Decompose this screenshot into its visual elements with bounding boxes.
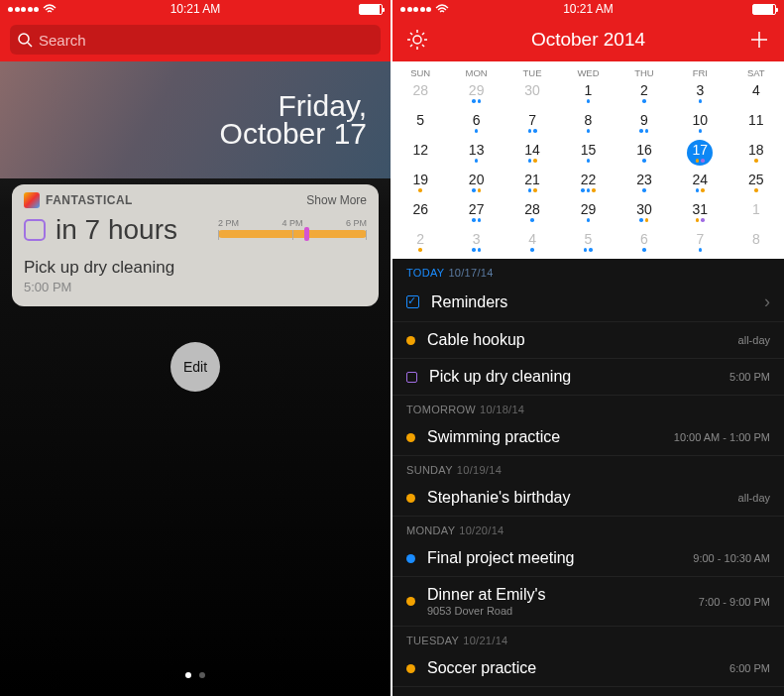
plus-icon[interactable] [748, 29, 770, 51]
month-title[interactable]: October 2014 [531, 29, 645, 51]
events-list[interactable]: TODAY10/17/14Reminders›Cable hookupall-d… [392, 259, 784, 696]
calendar-day[interactable]: 18 [728, 140, 784, 170]
event-time: 5:00 PM [729, 371, 770, 383]
edit-button[interactable]: Edit [170, 342, 220, 392]
calendar-day[interactable]: 30 [504, 80, 560, 110]
event-title: Cable hookup [427, 331, 525, 349]
event-row[interactable]: Final project meeting9:00 - 10:30 AM [392, 540, 784, 577]
calendar-day[interactable]: 3 [672, 80, 728, 110]
event-row[interactable]: Swimming practice10:00 AM - 1:00 PM [392, 419, 784, 456]
calendar-screen: 10:21 AM October 2014 SUNMONTUEWEDTHUFRI… [392, 0, 784, 696]
calendar-day[interactable]: 24 [672, 170, 728, 199]
calendar-day[interactable]: 4 [728, 80, 784, 110]
calendar-day[interactable]: 3 [448, 229, 504, 259]
event-row[interactable]: Stephanie's birthdayall-day [392, 480, 784, 517]
tick-label: 4 PM [281, 218, 302, 228]
day-number: 31 [693, 201, 709, 217]
calendar-day[interactable]: 28 [504, 199, 560, 229]
reminder-square-icon [406, 372, 417, 383]
event-bullet-icon [406, 664, 415, 673]
calendar-day[interactable]: 22 [560, 170, 616, 199]
tick-label: 6 PM [346, 218, 367, 228]
calendar-day[interactable]: 27 [448, 199, 504, 229]
event-time: 7:00 - 9:00 PM [699, 596, 770, 608]
reminder-checkbox-icon[interactable] [24, 219, 46, 241]
day-number: 25 [748, 172, 764, 187]
calendar-day[interactable]: 13 [448, 140, 504, 170]
calendar-day[interactable]: 7 [504, 110, 560, 140]
event-row[interactable]: Soccer practice6:00 PM [392, 650, 784, 687]
day-number: 8 [752, 231, 760, 247]
calendar-day[interactable]: 19 [392, 170, 448, 199]
calendar-day[interactable]: 17 [672, 140, 728, 170]
event-title: Stephanie's birthday [427, 489, 570, 507]
day-number: 18 [748, 142, 764, 158]
calendar-day[interactable]: 10 [672, 110, 728, 140]
section-header: SUNDAY10/19/14 [392, 456, 784, 480]
calendar-day[interactable]: 6 [448, 110, 504, 140]
calendar-day[interactable]: 9 [616, 110, 672, 140]
day-number: 2 [640, 82, 648, 98]
calendar-day[interactable]: 29 [560, 199, 616, 229]
calendar-day[interactable]: 7 [672, 229, 728, 259]
date-line2: October 17 [220, 117, 367, 151]
calendar-day[interactable]: 16 [616, 140, 672, 170]
page-indicator[interactable] [185, 672, 205, 678]
day-number: 5 [585, 231, 593, 247]
calendar-day[interactable]: 2 [616, 80, 672, 110]
calendar-day[interactable]: 25 [728, 170, 784, 199]
fantastical-widget[interactable]: FANTASTICAL Show More in 7 hours 2 PM 4 … [12, 184, 379, 306]
day-number: 19 [412, 172, 428, 187]
calendar-day[interactable]: 8 [728, 229, 784, 259]
battery-icon [752, 4, 776, 15]
day-number: 8 [585, 112, 593, 128]
search-input[interactable]: Search [10, 25, 381, 55]
gear-icon[interactable] [406, 29, 428, 51]
calendar-day[interactable]: 23 [616, 170, 672, 199]
event-row[interactable]: Dinner at Emily's9053 Dover Road7:00 - 9… [392, 577, 784, 627]
svg-point-0 [19, 34, 29, 44]
today-view-screen: 10:21 AM Search Friday, October 17 FANTA… [0, 0, 391, 696]
event-title: Reminders [431, 293, 507, 311]
calendar-day[interactable]: 14 [504, 140, 560, 170]
calendar-day[interactable]: 8 [560, 110, 616, 140]
event-row[interactable]: Reminders› [392, 283, 784, 322]
day-number: 16 [636, 142, 652, 158]
svg-line-10 [422, 33, 424, 35]
event-row[interactable]: Pick up dry cleaning5:00 PM [392, 359, 784, 396]
calendar-day[interactable]: 15 [560, 140, 616, 170]
dow-label: THU [616, 61, 672, 80]
calendar-day[interactable]: 26 [392, 199, 448, 229]
day-number: 1 [752, 201, 760, 217]
calendar-day[interactable]: 11 [728, 110, 784, 140]
timeline-now-icon [304, 227, 309, 241]
day-number: 30 [636, 201, 652, 217]
calendar-day[interactable]: 1 [728, 199, 784, 229]
show-more-button[interactable]: Show More [306, 193, 367, 207]
day-number: 9 [640, 112, 648, 128]
calendar-day[interactable]: 20 [448, 170, 504, 199]
calendar-day[interactable]: 31 [672, 199, 728, 229]
dow-label: WED [560, 61, 616, 80]
calendar-day[interactable]: 30 [616, 199, 672, 229]
calendar-day[interactable]: 2 [392, 229, 448, 259]
dow-label: FRI [672, 61, 728, 80]
signal-dots-icon [400, 7, 431, 12]
date-hero: Friday, October 17 [0, 61, 391, 178]
calendar-day[interactable]: 4 [504, 229, 560, 259]
event-row[interactable]: Cable hookupall-day [392, 322, 784, 359]
calendar-day[interactable]: 12 [392, 140, 448, 170]
calendar-day[interactable]: 29 [448, 80, 504, 110]
day-number: 24 [693, 172, 709, 187]
day-number: 4 [752, 82, 760, 98]
calendar-day[interactable]: 6 [616, 229, 672, 259]
calendar-day[interactable]: 5 [392, 110, 448, 140]
day-number: 5 [416, 112, 424, 128]
calendar-day[interactable]: 5 [560, 229, 616, 259]
calendar-day[interactable]: 1 [560, 80, 616, 110]
calendar-day[interactable]: 28 [392, 80, 448, 110]
event-time: all-day [738, 492, 770, 504]
calendar-day[interactable]: 21 [504, 170, 560, 199]
section-header: TODAY10/17/14 [392, 259, 784, 283]
event-title: Final project meeting [427, 549, 575, 567]
